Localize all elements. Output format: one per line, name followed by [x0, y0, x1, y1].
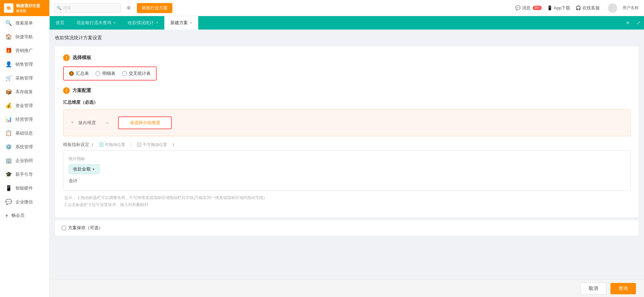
tab-new-plan-label: 新建方案	[170, 20, 188, 26]
bottom-bar: 取消 查询	[50, 280, 644, 297]
sidebar-item-fund[interactable]: 💰 资金管理	[0, 99, 49, 112]
sidebar-item-guide[interactable]: 🎓 新手引导	[0, 167, 49, 181]
notification-label: 消息	[522, 5, 531, 11]
sidebar-item-wechat[interactable]: 💬 企业微信	[0, 195, 49, 209]
sidebar-item-sales[interactable]: 👤 销售管理	[0, 57, 49, 71]
sidebar-item-marketing[interactable]: 🎁 营销推广	[0, 44, 49, 57]
fixed-indicator	[137, 142, 142, 147]
vertical-dimension-row: * 纵向维度 → 请选择分组维度	[71, 116, 622, 129]
chat-icon: 💬	[5, 199, 12, 205]
search-menu-icon: 🔍	[5, 20, 12, 26]
tab-cash-flow[interactable]: 现金银行流水查询 ×	[70, 16, 122, 30]
metric-tag-payment[interactable]: 收款金额 ▼	[69, 164, 100, 174]
clipboard-icon: 📋	[5, 130, 12, 136]
metrics-section-label: 统计指标	[69, 156, 625, 162]
sidebar-item-enterprise[interactable]: 🏢 企业协同	[0, 154, 49, 167]
step2-section: 2 方案配置 汇总维度（必选） * 纵向维度 → 请选择分组维度 模板指	[63, 87, 631, 208]
sidebar-item-management[interactable]: 📊 经营管理	[0, 112, 49, 126]
sidebar-item-search-menu[interactable]: 🔍 搜索菜单	[0, 16, 49, 30]
sidebar-item-system[interactable]: ⚙️ 系统管理	[0, 140, 49, 154]
service-icon: 🎧	[576, 5, 581, 10]
legend-fixed: 不可拖动位置	[137, 142, 167, 148]
save-plan-label: 方案保存（可选）	[68, 225, 103, 231]
sidebar-item-basic-info[interactable]: 📋 基础信息	[0, 126, 49, 140]
metrics-setting-label: 模板指标设定（	[63, 142, 94, 148]
user-icon: 👤	[5, 61, 12, 67]
maximize-button[interactable]: ⤢	[633, 16, 644, 30]
step2-header: 2 方案配置	[63, 87, 631, 94]
sidebar-item-purchase[interactable]: 🛒 采购管理	[0, 71, 49, 85]
step1-header: 1 选择模板	[63, 54, 631, 61]
template-option-summary[interactable]: 汇总表	[69, 70, 89, 77]
sidebar-item-label: 企业微信	[15, 199, 33, 205]
close-tab-collection-stats-icon[interactable]: ×	[156, 20, 158, 25]
download-label: App下载	[554, 5, 570, 11]
header-left: 🔍 搜索 ⚙ 体验行业方案	[50, 3, 515, 13]
message-icon: 💬	[515, 5, 521, 10]
tab-collection-stats[interactable]: 收款情况统计 ×	[122, 16, 164, 30]
save-plan-checkbox[interactable]	[62, 226, 66, 230]
logo-icon: 畅	[4, 3, 13, 13]
gift-icon: 🎁	[5, 47, 12, 54]
close-tab-cash-flow-icon[interactable]: ×	[113, 20, 116, 25]
close-window-button[interactable]: ✕	[623, 16, 633, 30]
template-radio-cross[interactable]	[122, 71, 127, 76]
metric-total-label: 合计	[69, 177, 625, 185]
template-options: 汇总表 明细表 交叉统计表	[63, 66, 157, 81]
step2-badge: 2	[63, 87, 70, 94]
template-detail-label: 明细表	[102, 70, 115, 77]
step1-title: 选择模板	[72, 55, 91, 61]
header-right: 💬 消息 99+ 📱 App下载 🎧 在线客服 用户名称	[515, 3, 644, 13]
box-icon: 📦	[5, 89, 12, 95]
template-option-cross[interactable]: 交叉统计表	[122, 70, 151, 77]
tab-home-label: 首页	[56, 20, 64, 26]
close-tab-new-plan-icon[interactable]: ×	[190, 20, 192, 25]
legend-close-paren: ）	[172, 142, 176, 148]
cancel-button[interactable]: 取消	[580, 283, 606, 295]
sidebar-item-quick-nav[interactable]: 🏠 快捷导航	[0, 30, 49, 44]
metrics-area: 统计指标 收款金额 ▼ 合计	[63, 150, 631, 191]
sidebar-item-inventory[interactable]: 📦 库存核算	[0, 85, 49, 99]
metric-payment-label: 收款金额	[73, 166, 91, 172]
search-input-display[interactable]: 🔍 搜索	[54, 3, 121, 13]
tip-1: 提示： 1.拖动标题栏可以调整布局，不可跨维度或指标区域拖动栏目字段(只能在同一…	[64, 195, 629, 201]
dimension-area: * 纵向维度 → 请选择分组维度	[63, 109, 631, 136]
settings-button[interactable]: ⚙	[123, 3, 134, 13]
template-radio-summary[interactable]	[69, 71, 74, 76]
notification-count: 99+	[533, 6, 542, 10]
movable-label-text: 可拖动位置	[105, 142, 125, 148]
sidebar-item-member[interactable]: ♦ 畅会员	[0, 209, 49, 222]
online-service-button[interactable]: 🎧 在线客服	[576, 5, 600, 11]
user-name: 用户名称	[623, 5, 639, 11]
mobile-icon: 📱	[5, 185, 12, 191]
tips-section: 提示： 1.拖动标题栏可以调整布局，不可跨维度或指标区域拖动栏目字段(只能在同一…	[63, 195, 631, 208]
user-avatar[interactable]	[608, 3, 617, 13]
step1-section: 1 选择模板 汇总表 明细表 交叉统计表	[63, 54, 631, 81]
template-radio-detail[interactable]	[96, 71, 100, 76]
app-download-button[interactable]: 📱 App下载	[547, 5, 570, 11]
save-section: 方案保存（可选）	[55, 220, 639, 236]
header: 🔍 搜索 ⚙ 体验行业方案 💬 消息 99+ 📱 App下载 🎧 在线客服 用户…	[50, 0, 644, 16]
page-title: 收款情况统计方案设置	[55, 35, 639, 41]
vertical-dimension-label: 纵向维度	[78, 120, 96, 126]
sidebar-logo: 畅 畅捷通好生意 标准版	[0, 0, 49, 16]
mortarboard-icon: 🎓	[5, 171, 12, 178]
template-cross-label: 交叉统计表	[129, 70, 151, 77]
dimension-group-label: 汇总维度（必选）	[63, 99, 631, 105]
industry-solution-button[interactable]: 体验行业方案	[137, 3, 172, 13]
sidebar-item-hardware[interactable]: 📱 智能硬件	[0, 181, 49, 195]
tab-new-plan[interactable]: 新建方案 ×	[164, 16, 198, 30]
metrics-section: 模板指标设定（ 可拖动位置 | 不可拖动位置 ） 统计指标	[63, 142, 631, 191]
sidebar-item-label: 采购管理	[15, 75, 33, 81]
main-content: 收款情况统计方案设置 1 选择模板 汇总表 明细表 交叉统计表	[50, 30, 644, 297]
gear-icon: ⚙	[127, 5, 131, 10]
tab-collection-stats-label: 收款情况统计	[128, 20, 154, 26]
query-button[interactable]: 查询	[610, 283, 636, 294]
dimension-select-button[interactable]: 请选择分组维度	[118, 116, 172, 129]
notification-button[interactable]: 💬 消息 99+	[515, 5, 542, 11]
tab-home[interactable]: 首页	[50, 16, 70, 30]
template-option-detail[interactable]: 明细表	[96, 70, 115, 77]
sidebar-item-label: 系统管理	[15, 144, 33, 150]
metric-tag-row: 收款金额 ▼	[69, 164, 625, 174]
building-icon: 🏢	[5, 157, 12, 164]
